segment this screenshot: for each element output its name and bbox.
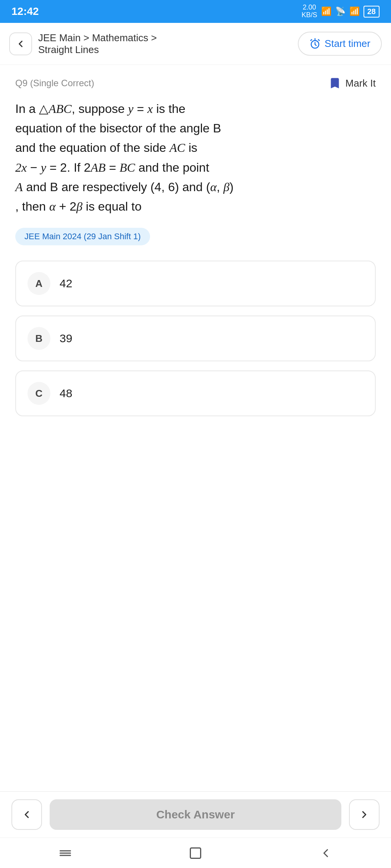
main-content: Q9 (Single Correct) Mark It In a △ABC, s…	[0, 65, 391, 443]
system-nav-bar	[0, 837, 391, 868]
next-button[interactable]	[349, 799, 380, 830]
option-c-label: C	[27, 382, 50, 405]
options-container: A 42 B 39 C 48	[15, 261, 376, 416]
battery-indicator: 28	[364, 6, 380, 18]
option-b-value: 39	[60, 332, 72, 345]
svg-rect-5	[190, 848, 200, 858]
option-a-label: A	[27, 272, 50, 295]
kbs-indicator: 2.00 KB/S	[302, 4, 317, 19]
nav-bar: JEE Main > Mathematics > Straight Lines …	[0, 23, 391, 65]
prev-button[interactable]	[11, 799, 42, 830]
start-timer-button[interactable]: Start timer	[298, 32, 382, 56]
question-tag: JEE Main 2024 (29 Jan Shift 1)	[15, 228, 150, 245]
question-text: In a △ABC, suppose y = x is the equation…	[15, 99, 376, 216]
mark-it-button[interactable]: Mark It	[328, 76, 376, 90]
start-timer-label: Start timer	[325, 38, 370, 50]
signal-icon: 📡	[335, 6, 346, 16]
question-type: Q9 (Single Correct)	[15, 78, 94, 89]
option-b[interactable]: B 39	[15, 316, 376, 361]
mark-it-label: Mark It	[346, 77, 376, 89]
menu-button[interactable]	[54, 842, 77, 865]
nav-left: JEE Main > Mathematics > Straight Lines	[9, 32, 157, 56]
status-right: 2.00 KB/S 📶 📡 📶 28	[302, 4, 380, 19]
question-header: Q9 (Single Correct) Mark It	[15, 76, 376, 90]
option-a-value: 42	[60, 277, 72, 290]
back-button[interactable]	[9, 32, 32, 55]
subtitle-text: Straight Lines	[38, 44, 157, 56]
bottom-navigation: Check Answer	[0, 791, 391, 837]
network-icon: 📶	[349, 6, 360, 16]
home-button[interactable]	[184, 842, 207, 865]
option-b-label: B	[27, 327, 50, 350]
breadcrumb-text: JEE Main > Mathematics >	[38, 32, 157, 44]
back-system-button[interactable]	[314, 842, 337, 865]
nav-title: JEE Main > Mathematics > Straight Lines	[38, 32, 157, 56]
option-a[interactable]: A 42	[15, 261, 376, 306]
bookmark-icon	[328, 76, 342, 90]
wifi-icon: 📶	[321, 6, 331, 16]
check-answer-button[interactable]: Check Answer	[50, 799, 341, 830]
status-time: 12:42	[11, 5, 39, 18]
option-c-value: 48	[60, 387, 72, 400]
option-c[interactable]: C 48	[15, 370, 376, 416]
status-bar: 12:42 2.00 KB/S 📶 📡 📶 28	[0, 0, 391, 23]
